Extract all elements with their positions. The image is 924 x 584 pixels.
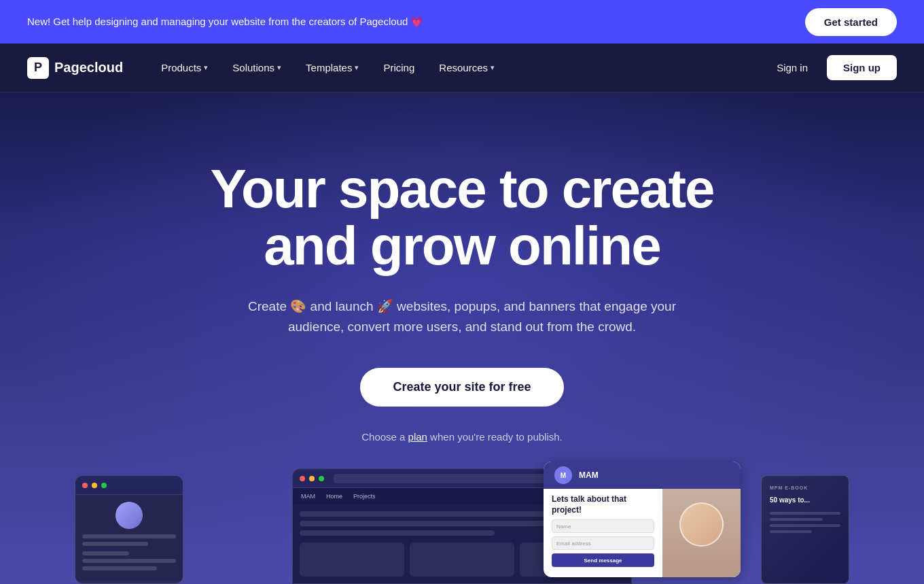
ebook-tag: MPM E-BOOK bbox=[770, 485, 840, 490]
nav-item-products[interactable]: Products ▾ bbox=[150, 56, 219, 79]
sign-in-button[interactable]: Sign in bbox=[766, 56, 819, 79]
profile-line-3 bbox=[82, 551, 129, 555]
products-chevron-icon: ▾ bbox=[204, 63, 208, 72]
chat-input-email[interactable]: Email address bbox=[552, 536, 654, 550]
nav-item-templates[interactable]: Templates ▾ bbox=[295, 56, 370, 79]
logo-icon: P bbox=[27, 57, 49, 79]
content-block-1 bbox=[300, 543, 404, 577]
nav-right: Sign in Sign up bbox=[766, 55, 897, 80]
resources-chevron-icon: ▾ bbox=[491, 63, 495, 72]
logo-link[interactable]: P Pagecloud bbox=[27, 57, 123, 79]
announcement-text: New! Get help designing and managing you… bbox=[27, 16, 424, 28]
nav-item-resources[interactable]: Resources ▾ bbox=[428, 56, 505, 79]
content-row-2 bbox=[300, 521, 559, 526]
profile-line-2 bbox=[82, 542, 148, 546]
solutions-chevron-icon: ▾ bbox=[277, 63, 281, 72]
logo-text: Pagecloud bbox=[54, 60, 123, 75]
nav-menu: Products ▾ Solutions ▾ Templates ▾ Prici… bbox=[150, 56, 505, 79]
ebook-line-1 bbox=[770, 512, 840, 515]
center-nav-home-label: Home bbox=[326, 493, 342, 500]
profile-line-1 bbox=[82, 534, 176, 538]
center-nav-projects-label: Projects bbox=[353, 493, 376, 500]
ebook-line-3 bbox=[770, 524, 840, 527]
hero-title: Your space to create and grow online bbox=[210, 160, 713, 275]
chat-submit-btn[interactable]: Send message bbox=[552, 553, 654, 567]
person-silhouette bbox=[662, 489, 741, 577]
hero-cta-button[interactable]: Create your site for free bbox=[360, 368, 563, 407]
profile-line-5 bbox=[82, 566, 157, 570]
chat-avatar: M bbox=[554, 466, 572, 484]
navbar: P Pagecloud Products ▾ Solutions ▾ Templ… bbox=[0, 44, 924, 92]
hero-content: Your space to create and grow online Cre… bbox=[196, 160, 727, 443]
content-row-3 bbox=[300, 530, 495, 536]
center-nav-home: MAM bbox=[301, 493, 315, 500]
chat-left-content: Lets talk about that project! Name Email… bbox=[544, 489, 662, 577]
chat-person-image bbox=[662, 489, 741, 577]
plan-link[interactable]: plan bbox=[408, 431, 427, 443]
mockup-left bbox=[75, 475, 183, 584]
browser-dot-yellow bbox=[92, 483, 97, 488]
nav-item-solutions[interactable]: Solutions ▾ bbox=[221, 56, 292, 79]
mockup-right-chat: M MAM Lets talk about that project! Name… bbox=[544, 462, 741, 577]
content-block-2 bbox=[410, 543, 514, 577]
center-dot-red bbox=[300, 476, 305, 481]
mockup-right-ebook: MPM E-BOOK 50 ways to... bbox=[761, 475, 849, 584]
center-dot-green bbox=[319, 476, 324, 481]
profile-mockup-content bbox=[75, 495, 183, 581]
hero-subtitle: Create 🎨 and launch 🚀 websites, popups, … bbox=[224, 296, 700, 338]
chat-input-name[interactable]: Name bbox=[552, 519, 654, 533]
profile-line-4 bbox=[82, 559, 176, 563]
browser-dot-green bbox=[101, 483, 107, 488]
chat-header: M MAM bbox=[544, 462, 741, 489]
chat-body: Lets talk about that project! Name Email… bbox=[544, 489, 741, 577]
ebook-line-4 bbox=[770, 530, 812, 533]
announcement-cta-button[interactable]: Get started bbox=[805, 8, 897, 36]
hero-mockups: 🖥 📱 MAM Home Projects bbox=[54, 448, 870, 584]
hero-note: Choose a plan when you're ready to publi… bbox=[210, 431, 713, 443]
ebook-subtitle: 50 ways to... bbox=[770, 496, 840, 505]
nav-item-pricing[interactable]: Pricing bbox=[372, 56, 425, 79]
sign-up-button[interactable]: Sign up bbox=[827, 55, 897, 80]
nav-left: P Pagecloud Products ▾ Solutions ▾ Templ… bbox=[27, 56, 505, 79]
ebook-line-2 bbox=[770, 518, 823, 521]
mockup-left-browserbar bbox=[75, 476, 183, 495]
profile-avatar-mockup bbox=[116, 502, 143, 529]
center-dot-yellow bbox=[309, 476, 315, 481]
hero-section: Your space to create and grow online Cre… bbox=[0, 92, 924, 584]
person-face bbox=[679, 502, 724, 547]
browser-dot-red bbox=[82, 483, 88, 488]
announcement-banner: New! Get help designing and managing you… bbox=[0, 0, 924, 44]
templates-chevron-icon: ▾ bbox=[355, 63, 359, 72]
chat-title-text: Lets talk about that project! bbox=[552, 494, 654, 515]
